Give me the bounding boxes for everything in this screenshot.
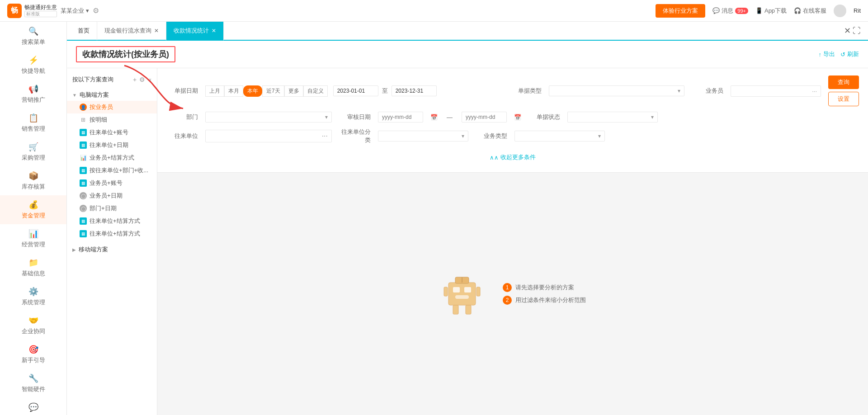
detail-scheme-icon: ⊞ (80, 116, 87, 123)
content-area: 首页 现金银行流水查询 ✕ 收款情况统计 ✕ ✕ ⛶ 收款情况统计(按业务员) (67, 22, 868, 415)
trial-button[interactable]: 体验行业方案 (656, 4, 705, 18)
add-scheme-button[interactable]: + (133, 76, 137, 83)
counterpart-more-icon[interactable]: ··· (322, 132, 328, 140)
date-quick-btns: 上月 本月 本年 近7天 更多 自定义 (205, 85, 328, 97)
svg-rect-7 (466, 305, 471, 314)
left-panel-title: 按以下方案查询 (72, 75, 113, 84)
salesman-select[interactable]: ··· (731, 85, 821, 97)
online-service-action[interactable]: 🎧 在线客服 (794, 7, 826, 15)
sidebar-label-search: 搜索菜单 (22, 38, 45, 46)
dept-date-icon: ◯ (80, 205, 87, 212)
scheme-counterpart-date[interactable]: ▦ 往来单位+日期 (67, 139, 157, 151)
counterpart-select[interactable]: ··· (205, 130, 332, 142)
sidebar-item-search[interactable]: 🔍 搜索菜单 (0, 22, 66, 51)
sidebar-item-finance[interactable]: 💰 资金管理 (0, 195, 66, 224)
tab-close-all-icon[interactable]: ✕ (844, 26, 851, 36)
page-header-actions: ↑ 导出 ↺ 刷新 (819, 50, 859, 58)
sidebar-item-operation[interactable]: 📊 经营管理 (0, 224, 66, 253)
tab-collect[interactable]: 收款情况统计 ✕ (166, 22, 224, 40)
sidebar-item-quick[interactable]: ⚡ 快捷导航 (0, 51, 66, 80)
scheme-by-detail[interactable]: ⊞ 按明细 (67, 113, 157, 126)
sidebar-item-inventory[interactable]: 📦 库存核算 (0, 166, 66, 195)
triangle-right-icon: ▶ (72, 247, 76, 252)
salesman-account-label: 业务员+账号 (90, 179, 123, 187)
biz-type-chevron: ▾ (598, 133, 601, 139)
scheme-settings-button[interactable]: ⚙ (139, 76, 145, 83)
refresh-icon: ↺ (840, 51, 845, 58)
query-button[interactable]: 查询 (828, 75, 859, 89)
counterpart-cat-select[interactable]: ▾ (378, 131, 468, 141)
counterpart-cat-label: 往来单位分类 (339, 128, 371, 144)
tab-home[interactable]: 首页 (71, 22, 97, 40)
service-icon: 🎧 (794, 7, 801, 14)
sidebar-item-hardware[interactable]: 🔧 智能硬件 (0, 369, 66, 398)
date-btn-this-year[interactable]: 本年 (243, 85, 262, 97)
audit-from-input[interactable] (378, 112, 423, 123)
sidebar-item-marketing[interactable]: 📢 营销推广 (0, 80, 66, 108)
tab-bank-close[interactable]: ✕ (154, 28, 159, 34)
sidebar-item-enterprise[interactable]: 🤝 企业协同 (0, 311, 66, 340)
date-btn-more[interactable]: 更多 (284, 85, 303, 97)
audit-to-input[interactable] (462, 112, 507, 123)
set-button[interactable]: 设置 (828, 92, 859, 106)
audit-from-calendar-icon[interactable]: 📅 (430, 114, 438, 121)
tab-fullscreen-icon[interactable]: ⛶ (853, 26, 861, 36)
step-2-text: 用过滤条件来缩小分析范围 (515, 296, 586, 304)
scheme-salesman-settle[interactable]: 📊 业务员+结算方式 (67, 151, 157, 164)
doc-status-select[interactable]: ▾ (567, 112, 658, 123)
date-btn-7days[interactable]: 近7天 (262, 85, 284, 97)
app-download-action[interactable]: 📱 App下载 (755, 7, 787, 15)
messages-action[interactable]: 💬 消息 99+ (712, 7, 748, 15)
doc-status-chevron: ▾ (651, 114, 654, 120)
sidebar-item-guide[interactable]: 🎯 新手引导 (0, 340, 66, 369)
page-title: 收款情况统计(按业务员) (76, 46, 175, 62)
dept-select[interactable]: ▾ (205, 112, 332, 123)
date-btn-this-month[interactable]: 本月 (224, 85, 243, 97)
content-body: 按以下方案查询 + ⚙ « ▼ 电脑端方案 (67, 68, 868, 415)
mobile-group-header[interactable]: ▶ 移动端方案 (67, 244, 157, 255)
scheme-counterpart-settle[interactable]: ▦ 往来单位+结算方式 (67, 215, 157, 227)
workspace-selector[interactable]: 某某企业 ▾ (61, 7, 89, 15)
sidebar-label-marketing: 营销推广 (22, 96, 45, 104)
empty-step-2: 2 用过滤条件来缩小分析范围 (503, 296, 586, 305)
date-from-input[interactable] (333, 85, 378, 96)
counterpart-settle-label: 往来单位+结算方式 (90, 217, 140, 225)
scheme-counterpart-dept[interactable]: ▦ 按往来单位+部门+收... (67, 164, 157, 177)
type-label: 单据类型 (510, 87, 542, 95)
counterpart-dept-label: 按往来单位+部门+收... (90, 166, 148, 174)
date-to-input[interactable] (392, 85, 437, 96)
sidebar-item-basic[interactable]: 📁 基础信息 (0, 253, 66, 282)
sidebar-item-system[interactable]: ⚙️ 系统管理 (0, 282, 66, 311)
scheme-salesman-account[interactable]: ▦ 业务员+账号 (67, 177, 157, 189)
sidebar-label-guide: 新手引导 (22, 356, 45, 364)
settings-icon[interactable]: ⚙ (93, 6, 99, 15)
doc-type-select[interactable]: ▾ (549, 85, 684, 96)
date-btn-custom[interactable]: 自定义 (303, 85, 328, 97)
export-button[interactable]: ↑ 导出 (819, 50, 835, 58)
biz-type-label: 业务类型 (476, 132, 507, 140)
desktop-group-header[interactable]: ▼ 电脑端方案 (67, 89, 157, 101)
sidebar-item-sales[interactable]: 📋 销售管理 (0, 108, 66, 137)
date-btn-last-month[interactable]: 上月 (205, 85, 224, 97)
refresh-button[interactable]: ↺ 刷新 (840, 50, 859, 58)
tab-collect-close[interactable]: ✕ (212, 28, 216, 34)
mobile-scheme-group: ▶ 移动端方案 (67, 242, 157, 257)
collapse-panel-button[interactable]: « (148, 76, 151, 83)
collapse-filter-button[interactable]: ∧∧ 收起更多条件 (166, 150, 859, 165)
salesman-scheme-label: 按业务员 (90, 103, 113, 111)
chevron-down-icon: ▾ (86, 7, 89, 14)
scheme-by-salesman[interactable]: 👤 按业务员 (67, 101, 157, 113)
biz-type-select[interactable]: ▾ (514, 131, 605, 141)
sidebar-item-wechat[interactable]: 💬 企业微信 (0, 398, 66, 415)
tab-bank[interactable]: 现金银行流水查询 ✕ (97, 22, 166, 40)
app-download-label: App下载 (764, 7, 787, 15)
scheme-counterpart-settle2[interactable]: ▦ 往来单位+结算方式 (67, 227, 157, 240)
audit-to-calendar-icon[interactable]: 📅 (514, 114, 521, 121)
scheme-dept-date[interactable]: ◯ 部门+日期 (67, 202, 157, 215)
user-avatar[interactable] (834, 5, 846, 17)
sidebar-item-purchase[interactable]: 🛒 采购管理 (0, 137, 66, 166)
message-icon: 💬 (712, 7, 720, 14)
scheme-counterpart-account[interactable]: ▦ 往来单位+账号 (67, 126, 157, 139)
audit-separator: — (445, 114, 454, 121)
scheme-salesman-date[interactable]: ◯ 业务员+日期 (67, 189, 157, 202)
